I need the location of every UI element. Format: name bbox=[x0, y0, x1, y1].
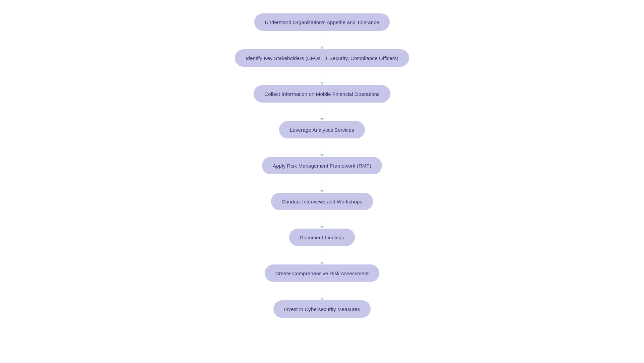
node-label: Apply Risk Management Framework (RMF) bbox=[273, 163, 371, 169]
node-conduct-interviews: Conduct Interviews and Workshops bbox=[271, 193, 373, 210]
connector-2 bbox=[322, 67, 322, 85]
node-label: Conduct Interviews and Workshops bbox=[282, 199, 362, 204]
node-label: Understand Organization's Appetite and T… bbox=[265, 19, 379, 25]
node-identify-stakeholders: Identify Key Stakeholders (CFOs, IT Secu… bbox=[235, 49, 409, 67]
connector-4 bbox=[322, 138, 322, 157]
node-label: Collect Information on Mobile Financial … bbox=[264, 91, 380, 97]
connector-5 bbox=[322, 174, 322, 193]
node-understand-appetite: Understand Organization's Appetite and T… bbox=[254, 13, 390, 31]
connector-1 bbox=[322, 31, 322, 49]
node-create-risk-assessment: Create Comprehensive Risk Assessment bbox=[265, 264, 379, 282]
node-invest-cybersecurity: Invest in Cybersecurity Measures bbox=[273, 300, 371, 318]
flowchart: Understand Organization's Appetite and T… bbox=[235, 7, 409, 324]
connector-3 bbox=[322, 103, 322, 121]
node-apply-rmf: Apply Risk Management Framework (RMF) bbox=[262, 157, 382, 174]
node-label: Identify Key Stakeholders (CFOs, IT Secu… bbox=[246, 55, 398, 61]
node-label: Leverage Analytics Services bbox=[290, 127, 354, 133]
node-collect-information: Collect Information on Mobile Financial … bbox=[254, 85, 390, 103]
connector-7 bbox=[322, 246, 322, 264]
connector-6 bbox=[322, 210, 322, 229]
node-document-findings: Document Findings bbox=[289, 229, 355, 246]
node-label: Create Comprehensive Risk Assessment bbox=[275, 270, 369, 276]
node-leverage-analytics: Leverage Analytics Services bbox=[279, 121, 365, 138]
node-label: Invest in Cybersecurity Measures bbox=[284, 306, 360, 312]
node-label: Document Findings bbox=[300, 235, 344, 240]
connector-8 bbox=[322, 282, 322, 300]
